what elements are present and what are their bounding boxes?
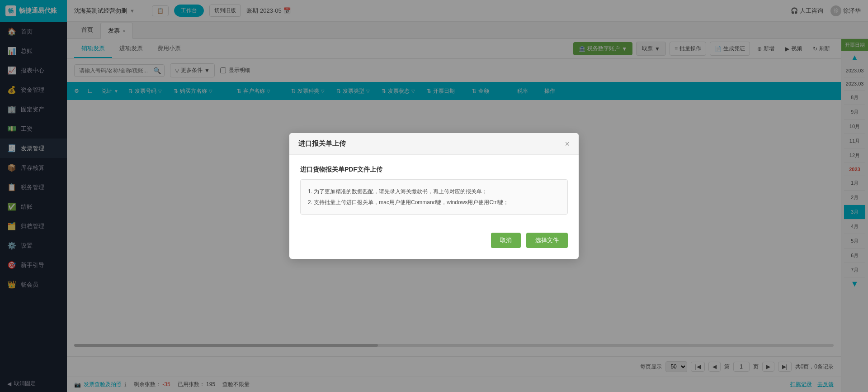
dialog-select-file-button[interactable]: 选择文件	[526, 233, 568, 248]
dialog-cancel-button[interactable]: 取消	[491, 233, 521, 248]
dialog-info-item-1: 1. 为了更加精准的数据匹配，请先录入海关缴款书，再上传对应的报关单；	[308, 186, 560, 197]
dialog-header: 进口报关单上传 ×	[289, 133, 579, 155]
dialog-section-title: 进口货物报关单PDF文件上传	[300, 166, 568, 174]
dialog-body: 进口货物报关单PDF文件上传 1. 为了更加精准的数据匹配，请先录入海关缴款书，…	[289, 155, 579, 233]
dialog-overlay[interactable]: 进口报关单上传 × 进口货物报关单PDF文件上传 1. 为了更加精准的数据匹配，…	[0, 0, 868, 392]
dialog-title: 进口报关单上传	[298, 139, 346, 148]
import-dialog: 进口报关单上传 × 进口货物报关单PDF文件上传 1. 为了更加精准的数据匹配，…	[289, 133, 579, 259]
dialog-footer: 取消 选择文件	[289, 233, 579, 259]
dialog-info-box: 1. 为了更加精准的数据匹配，请先录入海关缴款书，再上传对应的报关单； 2. 支…	[300, 179, 568, 215]
dialog-close-icon[interactable]: ×	[565, 140, 570, 148]
dialog-info-item-2: 2. 支持批量上传进口报关单，mac用户使用Command键，windows用户…	[308, 197, 560, 208]
